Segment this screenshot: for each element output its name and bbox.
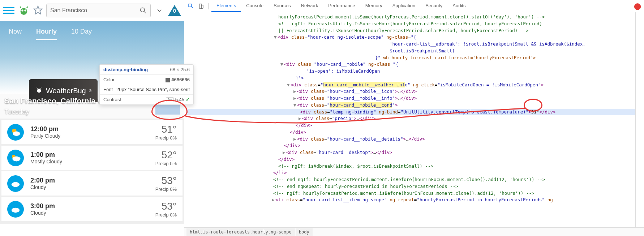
svg-point-0 [21, 8, 27, 15]
search-input[interactable] [50, 7, 139, 14]
dom-node[interactable]: }" wb-hourly-forecast-card forecast="hou… [186, 55, 644, 61]
hour-precip: Precip 0% [155, 161, 177, 166]
element-highlight-overlay [155, 105, 180, 115]
dom-node[interactable]: </div> [186, 142, 644, 149]
dom-node[interactable]: </li> [186, 170, 644, 176]
hour-card[interactable]: 1:00 pm Mostly Cloudy 52° Precip 0% [1, 146, 183, 170]
tooltip-contrast-value: Aa5.45✓ [166, 97, 190, 102]
chevron-down-icon[interactable] [156, 7, 163, 14]
hour-card[interactable]: 2:00 pm Cloudy 53° Precip 0% [1, 171, 183, 196]
color-swatch-icon [166, 78, 170, 82]
svg-point-11 [12, 182, 20, 187]
close-icon[interactable]: ⬤ [634, 2, 641, 10]
dom-node[interactable]: ▼<div class="hour-card__mobile__weather-… [186, 82, 644, 89]
app-preview-pane: 0 Now Hourly 10 Day WeatherBug ® San Fra… [0, 0, 184, 236]
hour-condition: Partly Cloudy [30, 133, 155, 139]
inspector-tooltip: div.temp.ng-binding 68 × 25.6 Color #666… [99, 64, 194, 105]
weather-icon-mostly-cloudy [7, 150, 24, 166]
bug-icon [35, 86, 43, 96]
breadcrumb-item[interactable]: body [296, 228, 313, 236]
app-header: 0 [0, 0, 184, 21]
hour-precip: Precip 0% [155, 186, 177, 192]
search-icon[interactable] [139, 7, 147, 14]
hour-time: 2:00 pm [30, 177, 155, 184]
devtools-tabs: Elements Console Sources Network Perform… [211, 0, 471, 12]
tooltip-dimensions: 68 × 25.6 [170, 67, 190, 72]
hour-card[interactable]: 3:00 pm Cloudy 53° Precip 0% [1, 197, 183, 221]
devtools-toolbar: Elements Console Sources Network Perform… [184, 0, 644, 12]
tooltip-contrast-label: Contrast [103, 97, 121, 102]
dom-node[interactable]: </div> [186, 129, 644, 136]
dom-node[interactable]: ▼<div class="hour-card__mobile" ng-class… [186, 61, 644, 68]
tooltip-font-label: Font [103, 87, 113, 92]
svg-point-12 [12, 207, 20, 213]
breadcrumb-item[interactable]: html.is-route-forecasts.hourly.ng-scope [186, 228, 295, 236]
dom-node[interactable]: 'hour-card-list__adbreak': !$root.isBrea… [186, 41, 644, 55]
dom-breadcrumb[interactable]: html.is-route-forecasts.hourly.ng-scope … [184, 227, 644, 236]
dom-node[interactable]: </div> [186, 156, 644, 163]
devtools-side-panel[interactable] [635, 12, 644, 227]
hour-condition: Cloudy [30, 210, 155, 216]
devtools-tab-performance[interactable]: Performance [323, 0, 360, 12]
dom-node[interactable]: ▶<div class="hour-card__mobile__info">…<… [186, 95, 644, 102]
hour-card[interactable]: 12:00 pm Partly Cloudy 51° Precip 0% [1, 120, 183, 144]
dom-node[interactable]: ▶<div class="hour-card__mobile__details"… [186, 136, 644, 143]
hourly-forecast-list: 12:00 pm Partly Cloudy 51° Precip 0% 1:0… [0, 119, 184, 224]
weather-icon-cloudy [7, 175, 24, 192]
devtools-tab-audits[interactable]: Audits [447, 0, 471, 12]
inspect-element-icon[interactable] [186, 2, 195, 10]
hour-temp: 51° [155, 124, 177, 135]
weatherbug-logo-icon[interactable] [17, 4, 30, 17]
dom-node[interactable]: ▼<div class="hour-card__mobile__cond"> [186, 102, 644, 109]
tooltip-color-value: #666666 [166, 77, 190, 82]
dom-tree[interactable]: hourlyForecastPeriod.moment.isSame(hourl… [184, 12, 644, 227]
search-box[interactable] [46, 4, 151, 17]
hour-time: 12:00 pm [30, 125, 155, 133]
dom-node[interactable]: </div> [186, 122, 644, 129]
svg-point-4 [141, 8, 145, 12]
tooltip-selector: div.temp.ng-binding [103, 67, 148, 72]
hour-condition: Cloudy [30, 184, 155, 190]
dom-node[interactable]: ▶<li class="hour-card-list__item ng-scop… [186, 197, 644, 203]
devtools-tab-security[interactable]: Security [420, 0, 447, 12]
dom-node[interactable]: ▶<div class="hour-card__desktop">…</div> [186, 149, 644, 156]
hour-temp: 53° [155, 175, 177, 186]
alert-badge[interactable]: 0 [168, 5, 181, 16]
hamburger-menu-icon[interactable] [3, 5, 14, 16]
devtools-tab-memory[interactable]: Memory [360, 0, 387, 12]
dom-node[interactable]: ▶<div class="hour-card__mobile__icon">…<… [186, 88, 644, 95]
svg-point-8 [13, 131, 20, 136]
hour-precip: Precip 0% [155, 135, 177, 141]
svg-point-10 [12, 156, 21, 161]
dom-node[interactable]: <!-- ngIf: hourlyForecastPeriod.moment.i… [186, 190, 644, 197]
devtools-tab-console[interactable]: Console [241, 0, 269, 12]
dom-node[interactable]: ▶<div class="precip">…</div> [186, 115, 644, 122]
dom-node-selected[interactable]: <div class="temp ng-binding" ng-bind="Un… [186, 109, 644, 116]
dom-node[interactable]: <!-- end ngRepeat: hourlyForecastPeriod … [186, 183, 644, 190]
devtools-tab-network[interactable]: Network [296, 0, 323, 12]
tab-now[interactable]: Now [9, 28, 22, 40]
svg-line-5 [144, 12, 146, 13]
favorite-star-icon[interactable] [33, 5, 43, 16]
dom-node[interactable]: <!-- ngIf: isAdbreak($index, $root.isBre… [186, 163, 644, 170]
tab-hourly[interactable]: Hourly [36, 28, 57, 40]
dom-node[interactable]: <!-- end ngIf: hourlyForecastPeriod.mome… [186, 176, 644, 183]
dom-node[interactable]: hourlyForecastPeriod.moment.isSame(hourl… [186, 14, 644, 21]
devtools-tab-application[interactable]: Application [387, 0, 421, 12]
dom-node[interactable]: }"> [186, 75, 644, 82]
devtools-tab-elements[interactable]: Elements [211, 0, 241, 12]
weather-icon-partly-cloudy [7, 124, 24, 141]
device-toolbar-icon[interactable] [197, 2, 205, 10]
svg-point-2 [24, 9, 26, 11]
devtools-pane: Elements Console Sources Network Perform… [184, 0, 644, 236]
checkmark-icon: ✓ [186, 97, 190, 102]
dom-node[interactable]: ▼<div class="hour-card ng-isolate-scope"… [186, 34, 644, 41]
hour-condition: Mostly Cloudy [30, 159, 155, 164]
dom-node[interactable]: 'is-open': isMobileCardOpen [186, 68, 644, 75]
devtools-tab-sources[interactable]: Sources [269, 0, 296, 12]
dom-node[interactable]: <!-- ngIf: ForecastsUtility.IsSunriseHou… [186, 21, 644, 34]
hour-time: 1:00 pm [30, 151, 155, 159]
tab-10day[interactable]: 10 Day [71, 28, 92, 40]
weather-icon-cloudy [7, 201, 24, 218]
brand-name: WeatherBug [46, 87, 86, 95]
